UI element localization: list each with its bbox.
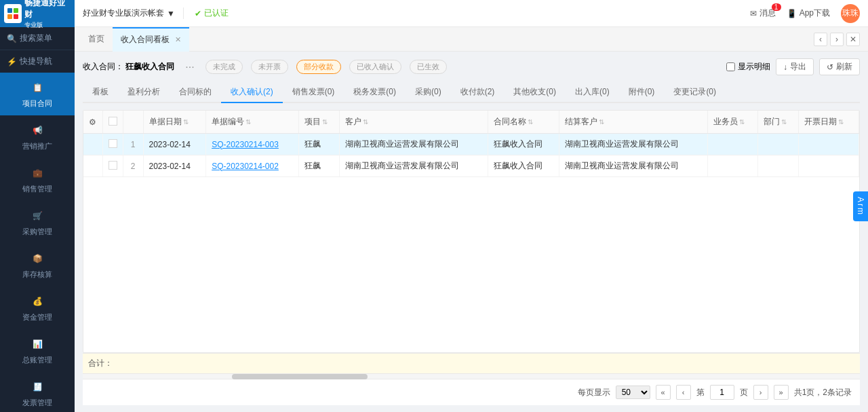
tab-contract-standard[interactable]: 合同标的 [170, 82, 221, 103]
sidebar-item-funds[interactable]: 💰 资金管理 [0, 286, 75, 329]
first-page-btn[interactable]: « [656, 385, 671, 400]
contract-more-btn[interactable]: ··· [182, 61, 197, 73]
sort-sales-icon[interactable]: ⇅ [739, 118, 745, 126]
sidebar-item-sales[interactable]: 💼 销售管理 [0, 158, 75, 201]
tab-next-btn[interactable]: › [830, 33, 844, 46]
tab-prev-btn[interactable]: ‹ [814, 33, 827, 46]
active-tab[interactable]: 收入合同看板 ✕ [113, 27, 189, 52]
row-checkbox[interactable] [108, 161, 117, 170]
verified-badge: ✔ 已认证 [189, 7, 229, 19]
tab-payment[interactable]: 收付款(2) [451, 82, 505, 103]
show-detail-checkbox[interactable]: 显示明细 [726, 58, 770, 75]
sidebar-item-marketing[interactable]: 📢 营销推广 [0, 115, 75, 158]
refresh-btn[interactable]: ↺ 刷新 [819, 58, 860, 75]
status-effective-btn[interactable]: 已生效 [410, 60, 447, 74]
detail-label: 显示明细 [738, 61, 770, 73]
avatar: 珠珠 [841, 4, 860, 23]
sort-project-icon[interactable]: ⇅ [322, 118, 328, 126]
tab-income-confirm[interactable]: 收入确认(2) [221, 82, 283, 103]
tab-other-income[interactable]: 其他收支(0) [504, 82, 566, 103]
row-invoice-date [799, 155, 859, 177]
row-date: 2023-02-14 [143, 134, 206, 155]
active-tab-label: 收入合同看板 [121, 34, 170, 45]
sidebar-item-purchase[interactable]: 🛒 采购管理 [0, 201, 75, 244]
home-tab[interactable]: 首页 [83, 33, 110, 45]
prev-page-btn[interactable]: ‹ [676, 385, 691, 400]
quick-nav-label: 快捷导航 [20, 56, 52, 67]
sidebar-item-general[interactable]: 📊 总账管理 [0, 329, 75, 372]
download-icon: 📱 [787, 9, 797, 18]
sidebar-item-label-sales: 销售管理 [22, 184, 52, 194]
row-salesperson [707, 134, 757, 155]
sidebar-item-inventory[interactable]: 📦 库存核算 [0, 244, 75, 286]
status-confirmed-btn[interactable]: 已收入确认 [349, 60, 401, 74]
code-link[interactable]: SQ-20230214-002 [212, 162, 279, 171]
company-selector[interactable]: 好业财专业版演示帐套 ▼ [83, 7, 184, 19]
main-content: 好业财专业版演示帐套 ▼ ✔ 已认证 ✉ 1 消息 📱 App下载 珠珠 [75, 0, 868, 412]
col-header-checkbox[interactable] [102, 111, 123, 134]
table-row[interactable]: 2 2023-02-14 SQ-20230214-002 狂飙 湖南卫视商业运营… [83, 155, 859, 177]
marketing-icon: 📢 [29, 122, 45, 138]
app-download-btn[interactable]: 📱 App下载 [787, 7, 830, 19]
sidebar-item-label-project: 项目合同 [22, 98, 52, 109]
row-department [758, 155, 799, 177]
page-input[interactable] [710, 385, 734, 400]
row-department [758, 134, 799, 155]
data-table: ⚙ 单据日期⇅ 单据编号⇅ 项目⇅ [83, 111, 859, 177]
sidebar-search[interactable]: 🔍 搜索菜单 [0, 27, 75, 50]
sort-customer-icon[interactable]: ⇅ [363, 118, 368, 126]
tab-close-all-btn[interactable]: ✕ [846, 33, 860, 46]
tab-warehouse[interactable]: 出入库(0) [566, 82, 619, 103]
col-header-num [123, 111, 143, 134]
code-link[interactable]: SQ-20230214-003 [212, 140, 279, 149]
settings-icon[interactable]: ⚙ [89, 117, 96, 127]
select-all-checkbox[interactable] [108, 117, 117, 126]
tab-close-btn[interactable]: ✕ [175, 35, 181, 44]
app-name: 畅捷通好业财 [24, 0, 71, 20]
status-uninvoiced-btn[interactable]: 未开票 [251, 60, 288, 74]
quick-nav[interactable]: ⚡ 快捷导航 [0, 50, 75, 73]
tab-profit[interactable]: 盈利分析 [118, 82, 170, 103]
tab-tax-invoice[interactable]: 税务发票(0) [344, 82, 406, 103]
tab-change-log[interactable]: 变更记录(0) [664, 82, 726, 103]
row-date: 2023-02-14 [143, 155, 206, 177]
sort-billing-icon[interactable]: ⇅ [599, 118, 604, 126]
row-checkbox-cell[interactable] [102, 134, 123, 155]
col-header-contract-name: 合同名称⇅ [488, 111, 559, 134]
sort-code-icon[interactable]: ⇅ [245, 118, 251, 126]
col-header-settings[interactable]: ⚙ [83, 111, 102, 134]
next-page-btn[interactable]: › [753, 385, 768, 400]
search-label: 搜索菜单 [20, 33, 52, 44]
right-float-btn[interactable]: Arm [853, 191, 868, 221]
row-checkbox[interactable] [108, 139, 117, 148]
tab-board[interactable]: 看板 [83, 82, 118, 103]
row-code[interactable]: SQ-20230214-002 [206, 155, 299, 177]
user-avatar-btn[interactable]: 珠珠 [841, 4, 860, 23]
svg-rect-0 [7, 8, 12, 13]
detail-checkbox-input[interactable] [726, 62, 735, 71]
row-customer: 湖南卫视商业运营发展有限公司 [340, 134, 488, 155]
table-row[interactable]: 1 2023-02-14 SQ-20230214-003 狂飙 湖南卫视商业运营… [83, 134, 859, 155]
status-incomplete-btn[interactable]: 未完成 [205, 60, 243, 74]
sort-date-icon[interactable]: ⇅ [183, 118, 189, 126]
tab-attachment[interactable]: 附件(0) [619, 82, 665, 103]
tab-purchase[interactable]: 采购(0) [406, 82, 451, 103]
row-checkbox-cell[interactable] [102, 155, 123, 177]
per-page-select[interactable]: 50 100 200 [616, 386, 650, 399]
scrollbar-thumb[interactable] [232, 374, 368, 379]
messages-btn[interactable]: ✉ 1 消息 [750, 7, 776, 19]
sort-dept-icon[interactable]: ⇅ [781, 118, 787, 126]
row-code[interactable]: SQ-20230214-003 [206, 134, 299, 155]
sort-contract-icon[interactable]: ⇅ [528, 118, 533, 126]
sort-invoice-date-icon[interactable]: ⇅ [838, 118, 844, 126]
status-partial-btn[interactable]: 部分收款 [296, 60, 341, 74]
sidebar-item-project[interactable]: 📋 项目合同 [0, 73, 75, 115]
general-icon: 📊 [29, 336, 45, 352]
sidebar-item-invoice[interactable]: 🧾 发票管理 [0, 372, 75, 412]
last-page-btn[interactable]: » [774, 385, 789, 400]
tab-sales-invoice[interactable]: 销售发票(0) [283, 82, 344, 103]
row-customer: 湖南卫视商业运营发展有限公司 [340, 155, 488, 177]
export-btn[interactable]: ↓ 导出 [776, 58, 814, 75]
horizontal-scrollbar[interactable] [83, 373, 860, 379]
sales-icon: 💼 [29, 165, 45, 181]
